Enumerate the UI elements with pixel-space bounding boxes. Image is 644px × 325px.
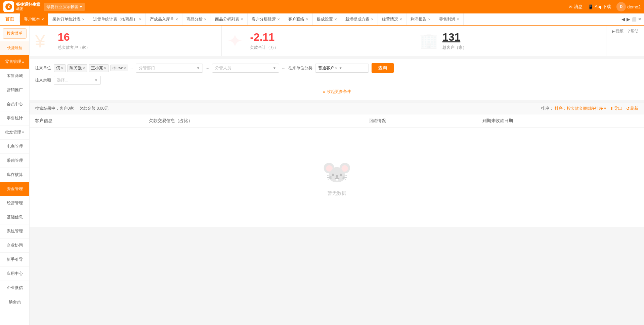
tab-3[interactable]: 产成品入库单 ✕ — [146, 13, 182, 25]
sidebar-item-wholesale[interactable]: 批发管理 ▼ — [0, 125, 29, 140]
close-tab-1[interactable]: ✕ — [82, 17, 85, 21]
sidebar-item-operation[interactable]: 经营管理 — [0, 196, 29, 210]
nav-maximize[interactable]: ⬜ — [632, 17, 637, 22]
search-menu-btn[interactable]: 搜索菜单 — [3, 28, 27, 39]
query-button[interactable]: 查询 — [372, 63, 394, 73]
remove-category-tag[interactable]: ✕ — [335, 66, 338, 70]
message-icon: ✉ — [569, 4, 572, 9]
close-tab-12[interactable]: ✕ — [457, 17, 459, 21]
sidebar-item-member2[interactable]: 畅会员 — [0, 295, 29, 309]
tab-1[interactable]: 采购订单统计表 ✕ — [48, 13, 89, 25]
user-profile[interactable]: D demo2 — [616, 2, 641, 11]
sidebar-item-wechat[interactable]: 企业微信 — [0, 281, 29, 295]
tab-6[interactable]: 客户分层经营 ✕ — [248, 13, 284, 25]
nav-next[interactable]: ▶ — [627, 16, 630, 22]
avatar: D — [616, 2, 626, 11]
balance-selector[interactable]: 选择... ▼ — [54, 76, 101, 85]
unit-label: 往来单位 — [35, 65, 51, 71]
filter-tag-chen: 陈民强 ✕ — [67, 64, 87, 72]
sidebar-item-marketing[interactable]: 营销推广 — [0, 83, 29, 97]
tab-11[interactable]: 利润报告 ✕ — [406, 13, 435, 25]
tab-2[interactable]: 进货单统计表（按商品） ✕ — [89, 13, 146, 25]
mobile-icon: 📱 — [588, 4, 593, 9]
balance-label: 往来余额 — [35, 77, 51, 83]
video-btn[interactable]: ▶ 视频 — [612, 28, 624, 34]
tab-10[interactable]: 经营情况 ✕ — [378, 13, 406, 25]
app-download-btn[interactable]: 📱 App下载 — [588, 4, 611, 10]
collapse-btn[interactable]: ∧ 收起更多条件 — [323, 89, 351, 95]
close-tab-2[interactable]: ✕ — [139, 17, 141, 21]
close-tab-7[interactable]: ✕ — [306, 17, 308, 21]
summary-card-amount: ✦ -2.11 欠款合计（万） — [222, 26, 414, 56]
remove-tag-wang[interactable]: ✕ — [104, 66, 106, 70]
sidebar-item-inventory[interactable]: 库存核算 — [0, 168, 29, 182]
summary-help-area: ▶ 视频 ? 帮助 — [606, 26, 644, 56]
collapse-icon: ∧ — [323, 89, 326, 94]
sidebar-item-purchase[interactable]: 采购管理 — [0, 154, 29, 168]
nav-tabs: 首页 客户账本 ✕ 采购订单统计表 ✕ 进货单统计表（按商品） ✕ 产成品入库单… — [0, 13, 644, 26]
tab-9[interactable]: 新增提成方案 ✕ — [341, 13, 378, 25]
tab-7[interactable]: 客户联络 ✕ — [284, 13, 313, 25]
empty-text: 暂无数据 — [328, 190, 346, 196]
tab-5[interactable]: 商品分析列表 ✕ — [211, 13, 248, 25]
sidebar-item-system[interactable]: 系统管理 — [0, 224, 29, 239]
close-tab-6[interactable]: ✕ — [277, 17, 280, 21]
sidebar-item-member[interactable]: 会员中心 — [0, 97, 29, 111]
sidebar-item-quick-nav[interactable]: 快捷导航 — [0, 41, 29, 55]
tab-0[interactable]: 客户账本 ✕ — [20, 13, 48, 25]
close-tab-8[interactable]: ✕ — [334, 17, 337, 21]
col-overdue-date: 到期未收款日期 — [477, 114, 644, 128]
data-table-container: 客户信息 欠款交易信息（占比） 回款情况 到期未收款日期 🐭 暂无数据 — [30, 114, 644, 227]
close-tab-9[interactable]: ✕ — [371, 17, 374, 21]
category-selector[interactable]: 普通客户 ✕ ▼ — [315, 64, 369, 73]
sidebar-item-retail-mall[interactable]: 零售商城 — [0, 69, 29, 83]
help-btn[interactable]: ? 帮助 — [628, 28, 639, 34]
remove-tag-chen[interactable]: ✕ — [82, 66, 85, 70]
sidebar-item-retail[interactable]: 零售管理 ▲ — [0, 55, 29, 69]
nav-close-all[interactable]: ✕ — [638, 17, 641, 22]
export-icon: ⬆ — [610, 106, 613, 111]
filter-more-tags[interactable]: ... — [130, 66, 133, 70]
refresh-icon: ↺ — [626, 106, 630, 111]
close-tab-11[interactable]: ✕ — [428, 17, 431, 21]
sidebar-item-retail-stats[interactable]: 零售统计 — [0, 111, 29, 125]
tab-12[interactable]: 零售利润 ✕ — [435, 13, 464, 25]
top-bar: ¥ 畅捷通好生意 标版 母婴行业演示帐套 ▾ ✉ 消息 📱 App下载 D de… — [0, 0, 644, 13]
person-more-btn[interactable]: ··· — [282, 66, 286, 71]
close-tab-10[interactable]: ✕ — [399, 17, 402, 21]
dept-more-btn[interactable]: ··· — [206, 66, 209, 71]
message-btn[interactable]: ✉ 消息 — [569, 4, 583, 10]
filter-tags-unit: 佤 ✕ 陈民强 ✕ 王小亮 ✕ cjttcw ✕ ... — [54, 64, 133, 72]
sidebar-item-basic-info[interactable]: 基础信息 — [0, 210, 29, 224]
remove-tag-wa[interactable]: ✕ — [61, 66, 63, 70]
remove-tag-cjttcw[interactable]: ✕ — [123, 66, 126, 70]
account-selector[interactable]: 母婴行业演示帐套 ▾ — [44, 3, 85, 11]
tab-8[interactable]: 提成设置 ✕ — [313, 13, 341, 25]
dept-dropdown-arrow: ▼ — [197, 66, 200, 70]
person-selector[interactable]: 分管人员 ▼ — [212, 64, 279, 73]
top-actions: ✉ 消息 📱 App下载 D demo2 — [569, 2, 641, 11]
sidebar-item-guide[interactable]: 新手引导 — [0, 253, 29, 267]
filter-tag-wang: 王小亮 ✕ — [89, 64, 109, 72]
dept-selector[interactable]: 分管部门 ▼ — [136, 64, 203, 73]
sidebar-item-apps[interactable]: 应用中心 — [0, 267, 29, 281]
close-tab-0[interactable]: ✕ — [41, 17, 44, 21]
nav-prev[interactable]: ◀ — [621, 16, 625, 22]
tab-4[interactable]: 商品分析 ✕ — [182, 13, 211, 25]
filter-tag-wa: 佤 ✕ — [54, 64, 66, 72]
refresh-btn[interactable]: ↺ 刷新 — [626, 106, 638, 111]
close-tab-5[interactable]: ✕ — [241, 17, 243, 21]
main-layout: 搜索菜单 快捷导航 零售管理 ▲ 零售商城 营销推广 会员中心 零售统计 批发管… — [0, 26, 644, 325]
sidebar-item-finance[interactable]: 资金管理 — [0, 182, 29, 196]
sidebar-item-enterprise[interactable]: 企业协同 — [0, 239, 29, 253]
close-tab-4[interactable]: ✕ — [204, 17, 207, 21]
export-btn[interactable]: ⬆ 导出 — [610, 106, 622, 111]
svg-text:¥: ¥ — [8, 4, 10, 9]
tab-home[interactable]: 首页 — [0, 16, 20, 22]
sort-arrow[interactable]: ▾ — [604, 106, 606, 111]
sidebar-item-ecommerce[interactable]: 电商管理 — [0, 140, 29, 154]
sort-label: 排序： 排序：按欠款金额倒序排序 ▾ — [541, 106, 606, 111]
logo-icon: ¥ — [3, 1, 14, 12]
close-tab-3[interactable]: ✕ — [175, 17, 178, 21]
summary-card-customers: ¥ 16 总欠款客户（家） — [30, 26, 222, 56]
